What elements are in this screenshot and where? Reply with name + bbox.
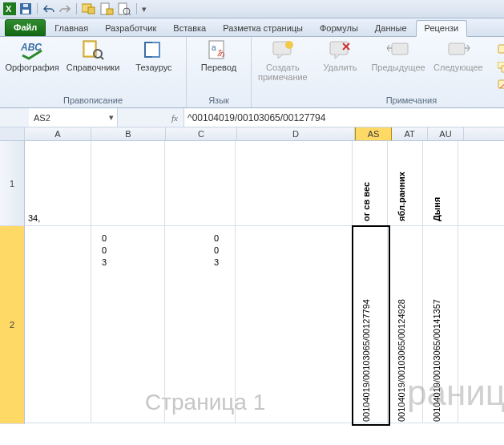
cell-b-v2: 3 — [102, 257, 107, 267]
translate-icon: aあ — [208, 38, 230, 61]
col-header-b[interactable]: B — [91, 127, 166, 140]
cell-c-v0: 0 — [214, 233, 219, 243]
svg-line-11 — [129, 14, 131, 15]
col-header-as[interactable]: AS — [355, 127, 392, 140]
spellcheck-button[interactable]: ABC Орфография — [6, 38, 58, 72]
svg-rect-19 — [146, 43, 159, 56]
new-comment-icon — [272, 38, 294, 61]
cell-au1: Дыня — [432, 149, 442, 221]
cell-as1: ог св вес — [361, 149, 371, 221]
tab-developer[interactable]: Разработчик — [97, 21, 164, 36]
bg-watermark: раниц — [407, 373, 504, 413]
row-header-2[interactable]: 2 — [0, 226, 25, 424]
group-comments: Создать примечание Удалить Предыдущее Сл… — [252, 37, 504, 107]
spellcheck-icon: ABC — [19, 38, 45, 61]
show-ink-button[interactable]: Показать рук — [498, 77, 504, 93]
col-header-d[interactable]: D — [237, 127, 355, 140]
show-hide-comment-button[interactable]: Показать ил — [498, 42, 504, 58]
row-header-1[interactable]: 1 — [0, 141, 25, 226]
translate-button[interactable]: aあ Перевод — [193, 38, 244, 72]
formula-bar: AS2 ▾ fx ^00104019/00103065/00127794 — [0, 108, 504, 127]
svg-rect-8 — [107, 9, 113, 14]
next-comment-button[interactable]: Следующее — [433, 38, 483, 72]
prev-comment-button[interactable]: Предыдущее — [373, 38, 424, 72]
tab-home[interactable]: Главная — [46, 21, 96, 36]
worksheet: A B C D AS AT AU 1 2 34, ог св вес ябл.р… — [0, 127, 504, 424]
comments-toggles: Показать ил Показать все Показать рук — [493, 38, 504, 93]
delete-comment-button[interactable]: Удалить — [317, 38, 363, 72]
svg-rect-29 — [449, 43, 465, 55]
print-preview-icon[interactable] — [117, 2, 131, 15]
delete-comment-icon — [329, 38, 351, 61]
qat-separator — [136, 3, 137, 14]
tab-review[interactable]: Рецензи — [416, 20, 468, 37]
mailmerge-icon[interactable] — [82, 2, 96, 15]
thesaurus-icon — [143, 38, 165, 61]
next-comment-label: Следующее — [433, 63, 483, 72]
svg-rect-30 — [498, 45, 504, 53]
cell-a1: 34, — [28, 213, 40, 223]
svg-point-24 — [285, 41, 293, 49]
formula-input[interactable]: ^00104019/00103065/00127794 — [183, 108, 504, 127]
new-doc-icon[interactable] — [99, 2, 114, 15]
translate-label: Перевод — [201, 63, 236, 72]
tab-formulas[interactable]: Формулы — [312, 21, 366, 36]
spellcheck-label: Орфография — [5, 63, 58, 72]
qat-separator — [76, 3, 77, 14]
active-cell-selection — [352, 225, 390, 426]
next-comment-icon — [447, 38, 470, 61]
new-comment-button[interactable]: Создать примечание — [258, 38, 308, 82]
cell-c-v1: 0 — [214, 245, 219, 255]
delete-comment-label: Удалить — [323, 63, 357, 72]
group-spelling: ABC Орфография Справочники Тезаурус Прав… — [0, 37, 187, 107]
research-icon — [82, 38, 104, 61]
tab-file[interactable]: Файл — [5, 19, 46, 36]
svg-line-16 — [101, 57, 103, 59]
row-headers: 1 2 — [0, 141, 25, 424]
svg-rect-9 — [119, 3, 127, 14]
group-language: aあ Перевод Язык — [187, 37, 252, 107]
name-box-dropdown-icon[interactable]: ▾ — [106, 112, 117, 123]
research-button[interactable]: Справочники — [67, 38, 119, 72]
col-header-au[interactable]: AU — [428, 127, 464, 140]
ribbon-tabs: Файл Главная Разработчик Вставка Разметк… — [0, 18, 504, 37]
tab-pagelayout[interactable]: Разметка страницы — [215, 21, 311, 36]
cell-at2: 00104019/00103065/00124928 — [397, 277, 406, 422]
cell-grid[interactable]: 34, ог св вес ябл.ранних Дыня 0 0 3 0 0 … — [25, 141, 504, 423]
tab-data[interactable]: Данные — [367, 21, 415, 36]
svg-rect-28 — [392, 43, 408, 55]
svg-text:あ: あ — [217, 48, 225, 57]
tab-insert[interactable]: Вставка — [165, 21, 214, 36]
new-comment-label: Создать примечание — [258, 63, 308, 82]
prev-comment-icon — [387, 38, 409, 61]
name-box-value: AS2 — [29, 113, 106, 123]
svg-rect-6 — [88, 7, 95, 14]
svg-text:X: X — [6, 4, 12, 14]
cell-b-v1: 0 — [102, 245, 107, 255]
undo-icon[interactable] — [42, 4, 55, 14]
name-box[interactable]: AS2 ▾ — [29, 108, 118, 127]
redo-icon[interactable] — [58, 4, 71, 14]
cell-at1: ябл.ранних — [397, 149, 406, 221]
page-watermark: Страница 1 — [145, 390, 265, 415]
qat-separator — [37, 3, 38, 14]
thesaurus-button[interactable]: Тезаурус — [128, 38, 179, 72]
formula-value: ^00104019/00103065/00127794 — [187, 112, 325, 123]
svg-text:a: a — [212, 43, 216, 52]
group-language-title: Язык — [193, 94, 244, 107]
qat-customize-icon[interactable]: ▾ — [142, 4, 147, 14]
show-all-comments-button[interactable]: Показать все — [498, 59, 504, 75]
thesaurus-label: Тезаурус — [135, 63, 171, 72]
column-headers: A B C D AS AT AU — [0, 127, 504, 141]
cell-b-v0: 0 — [102, 233, 107, 243]
cell-c-v2: 3 — [214, 257, 219, 267]
select-all-corner[interactable] — [0, 127, 25, 140]
excel-icon[interactable]: X — [3, 2, 16, 15]
save-icon[interactable] — [19, 2, 32, 15]
research-label: Справочники — [67, 63, 120, 72]
fx-icon[interactable]: fx — [166, 113, 183, 123]
col-header-at[interactable]: AT — [392, 127, 428, 140]
svg-rect-4 — [23, 4, 28, 7]
col-header-c[interactable]: C — [166, 127, 237, 140]
col-header-a[interactable]: A — [25, 127, 91, 140]
